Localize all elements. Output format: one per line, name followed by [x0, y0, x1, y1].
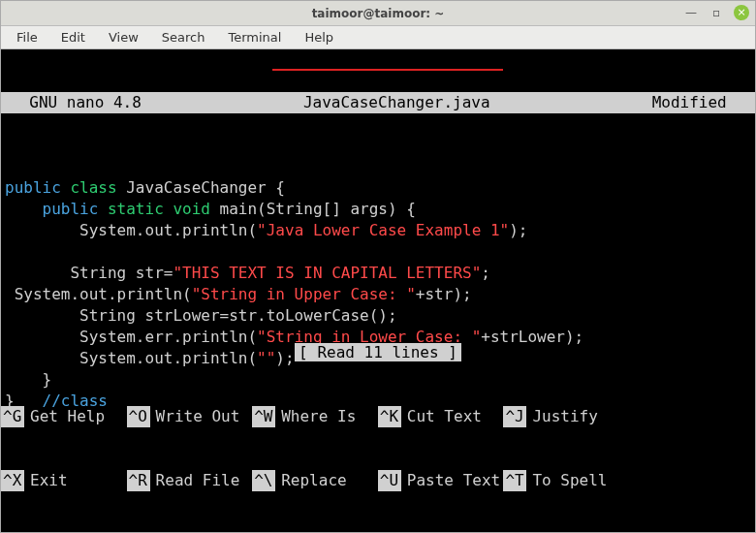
- shortcut-to-spell[interactable]: ^TTo Spell: [503, 470, 629, 491]
- shortcut-paste-text[interactable]: ^UPaste Text: [378, 470, 504, 491]
- nano-status: [ Read 11 lines ]: [295, 343, 461, 361]
- window-title: taimoor@taimoor: ~: [312, 7, 445, 20]
- window-titlebar: taimoor@taimoor: ~ — ▫ ×: [1, 1, 755, 26]
- nano-modified: Modified: [652, 92, 745, 113]
- shortcut-write-out[interactable]: ^OWrite Out: [127, 406, 253, 427]
- close-icon[interactable]: ×: [734, 5, 749, 20]
- code-token: String str=: [5, 264, 173, 282]
- code-token: void: [164, 200, 210, 218]
- menu-search[interactable]: Search: [152, 28, 215, 47]
- shortcut-row-1: ^GGet Help ^OWrite Out ^WWhere Is ^KCut …: [1, 406, 755, 427]
- shortcut-where-is[interactable]: ^WWhere Is: [252, 406, 378, 427]
- maximize-icon[interactable]: ▫: [709, 5, 724, 20]
- nano-header: GNU nano 4.8 JavaCaseChanger.java Modifi…: [1, 92, 755, 113]
- shortcut-cut-text[interactable]: ^KCut Text: [378, 406, 504, 427]
- shortcut-row-2: ^XExit ^RRead File ^\Replace ^UPaste Tex…: [1, 470, 755, 491]
- minimize-icon[interactable]: —: [683, 5, 699, 20]
- code-token: public: [5, 200, 98, 218]
- code-token: JavaCaseChanger {: [117, 178, 285, 197]
- menu-edit[interactable]: Edit: [51, 28, 95, 47]
- code-token: static: [98, 200, 163, 218]
- menu-help[interactable]: Help: [295, 28, 343, 47]
- shortcut-read-file[interactable]: ^RRead File: [127, 470, 253, 491]
- nano-app-name: GNU nano 4.8: [11, 92, 142, 113]
- code-token: "THIS TEXT IS IN CAPITAL LETTERS": [173, 264, 481, 282]
- code-token: System.out.println(: [5, 221, 257, 239]
- code-token: ;: [481, 264, 490, 282]
- shortcut-justify[interactable]: ^JJustify: [503, 406, 629, 427]
- code-blank: [5, 242, 15, 261]
- menu-terminal[interactable]: Terminal: [218, 28, 291, 47]
- shortcut-get-help[interactable]: ^GGet Help: [1, 406, 127, 427]
- terminal-area[interactable]: GNU nano 4.8 JavaCaseChanger.java Modifi…: [1, 49, 755, 533]
- code-token: main(String[] args) {: [210, 200, 416, 218]
- nano-filename: JavaCaseChanger.java: [142, 92, 652, 113]
- menu-view[interactable]: View: [99, 28, 148, 47]
- shortcut-blank: [629, 470, 755, 491]
- code-token: );: [509, 221, 527, 239]
- shortcut-blank: [629, 406, 755, 427]
- code-token: class: [61, 178, 117, 197]
- menu-file[interactable]: File: [7, 28, 47, 47]
- nano-footer: [ Read 11 lines ] ^GGet Help ^OWrite Out…: [1, 299, 755, 533]
- shortcut-exit[interactable]: ^XExit: [1, 470, 127, 491]
- window-controls: — ▫ ×: [683, 5, 749, 20]
- code-token: public: [5, 178, 61, 197]
- code-token: "Java Lower Case Example 1": [257, 221, 509, 239]
- shortcut-replace[interactable]: ^\Replace: [252, 470, 378, 491]
- nano-status-line: [ Read 11 lines ]: [1, 342, 755, 363]
- filename-underline-icon: [272, 69, 503, 71]
- menubar: File Edit View Search Terminal Help: [1, 26, 755, 49]
